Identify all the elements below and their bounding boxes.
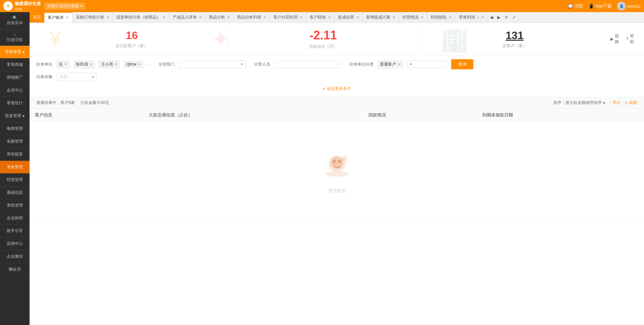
stat-value-total: 131 xyxy=(506,29,523,42)
tab-close-icon[interactable]: ✕ xyxy=(300,15,303,20)
sidebar-item-member[interactable]: 畅会员 xyxy=(0,263,30,276)
tab-purchase-order[interactable]: 采购订单统计表 ✕ xyxy=(73,12,113,23)
filter-tag-category[interactable]: 普通客户 ✕ xyxy=(378,61,403,68)
filter-section: 往来单位 伍 ✕ 陈民强 ✕ 王小亮 ✕ xyxy=(30,55,644,97)
account-selector[interactable]: 母婴行业演示账套 ▾ xyxy=(44,3,85,10)
sidebar-search[interactable]: 🔍 搜索菜单 xyxy=(0,12,30,30)
tab-close-icon[interactable]: ✕ xyxy=(356,15,359,20)
filter-tag-chen[interactable]: 陈民强 ✕ xyxy=(74,61,95,68)
chevron-up-icon: ∧ xyxy=(323,86,326,91)
sidebar: 🔍 搜索菜单 ☆ 快捷导航 零售管理 ▾ 零售商城 营销推广 会员中心 xyxy=(0,12,30,325)
query-button[interactable]: 查询 xyxy=(451,59,473,69)
tab-expand-button[interactable]: ⤢ xyxy=(510,15,518,20)
tab-inbound-stats[interactable]: 进货单统计表（按商品） ✕ xyxy=(113,12,169,23)
sidebar-item-wechat[interactable]: 企业微信 xyxy=(0,250,30,263)
tab-close-icon[interactable]: ✕ xyxy=(66,15,69,20)
balance-dropdown[interactable]: 选择... ▾ xyxy=(56,73,97,81)
tab-close-icon[interactable]: ✕ xyxy=(328,15,331,20)
tab-close-icon[interactable]: ✕ xyxy=(263,15,266,20)
table-row: 暂无数据 xyxy=(30,122,644,221)
sidebar-item-member-center[interactable]: 会员中心 xyxy=(0,84,30,97)
tab-close-icon[interactable]: ✕ xyxy=(227,15,230,20)
svg-point-3 xyxy=(333,160,336,163)
tab-product-analysis-list[interactable]: 商品分析列表 ✕ xyxy=(234,12,270,23)
tab-close-icon[interactable]: ✕ xyxy=(421,15,424,20)
coin-bg-icon: ¥ xyxy=(50,27,61,50)
sidebar-item-system[interactable]: 系统管理 xyxy=(0,199,30,212)
sidebar-item-app-center[interactable]: 应用中心 xyxy=(0,238,30,250)
tab-home[interactable]: 首页 xyxy=(30,12,44,23)
tab-customer-contact[interactable]: 客户联络 ✕ xyxy=(306,12,335,23)
sidebar-item-ecommerce[interactable]: 电商管理 xyxy=(0,122,30,135)
sidebar-quick-nav[interactable]: ☆ 快捷导航 xyxy=(0,30,30,46)
tab-close-icon[interactable]: ✕ xyxy=(481,15,484,20)
tab-close-icon[interactable]: ✕ xyxy=(163,15,166,20)
video-link[interactable]: ▶ 视频 xyxy=(610,33,622,45)
balance-filter-label: 往来余额 xyxy=(36,74,52,80)
tab-close-icon[interactable]: ✕ xyxy=(199,15,202,20)
tab-close-icon[interactable]: ✕ xyxy=(449,15,452,20)
tab-close-icon[interactable]: ✕ xyxy=(392,15,395,20)
sidebar-item-enterprise[interactable]: 企业协同 xyxy=(0,212,30,225)
sidebar-item-operations[interactable]: 经营管理 xyxy=(0,174,30,186)
data-table: 客户信息 欠款交易信息（占比） 回款情况 到期未放款日期 xyxy=(30,109,644,221)
person-filter-label: 分管人员 xyxy=(254,62,270,67)
chevron-down-icon: ▾ xyxy=(241,62,243,67)
sidebar-item-retail-stats[interactable]: 零售统计 xyxy=(0,97,30,110)
dept-filter-label: 分管部门 xyxy=(159,62,175,67)
sidebar-item-retail-management[interactable]: 零售管理 ▾ xyxy=(0,46,30,59)
tab-prev-button[interactable]: ◀ xyxy=(488,15,495,20)
tab-add-commission[interactable]: 新增提成方案 ✕ xyxy=(363,12,399,23)
chevron-down-icon: ▾ xyxy=(92,75,94,79)
filter-tag-close-icon[interactable]: ✕ xyxy=(138,62,141,67)
filter-tag-close-icon[interactable]: ✕ xyxy=(89,62,92,67)
export-button[interactable]: ↑ 导出 xyxy=(609,100,620,106)
tab-customer-segment[interactable]: 客户分层经营 ✕ xyxy=(270,12,306,23)
main-content: ¥ ✦ 🏢 16 总欠款客户（家） -2.11 欠款合计（万） 131 总客户（… xyxy=(30,23,644,325)
sidebar-item-inventory[interactable]: 库存核算 xyxy=(0,148,30,161)
filter-tag-wu[interactable]: 伍 ✕ xyxy=(56,61,70,68)
tab-close-icon[interactable]: ✕ xyxy=(106,15,109,20)
filter-tag-close-icon[interactable]: ✕ xyxy=(64,62,67,67)
refresh-button[interactable]: ↻ 刷新 xyxy=(625,100,637,106)
tab-operations[interactable]: 经营情况 ✕ xyxy=(399,12,427,23)
sidebar-item-retail-mall[interactable]: 零售商城 xyxy=(0,59,30,71)
sidebar-item-finance[interactable]: 资金管理 xyxy=(0,161,30,174)
chevron-down-icon: ▾ xyxy=(23,114,25,118)
sidebar-item-wholesale[interactable]: 批发管理 ▾ xyxy=(0,110,30,122)
filter-tag-wang[interactable]: 王小亮 ✕ xyxy=(99,61,120,68)
dept-dropdown[interactable]: ▾ xyxy=(179,61,246,68)
filter-tag-cjttcw[interactable]: cjttcw ✕ xyxy=(124,61,143,68)
tab-retail-profit[interactable]: 零售利润（ ✕ xyxy=(456,12,488,23)
filter-more-button[interactable]: ··· xyxy=(147,62,151,67)
collapse-button[interactable]: ∧ 收起更多条件 xyxy=(36,84,637,93)
results-actions: 排序：按欠款金额倒序排序 ▾ ↑ 导出 ↻ 刷新 xyxy=(553,100,637,106)
message-button[interactable]: 💬 消息 xyxy=(568,3,583,9)
results-bar: 搜索结果中，客户0家 欠款金额 0.00元 排序：按欠款金额倒序排序 ▾ ↑ 导… xyxy=(30,97,644,109)
table-header-row: 客户信息 欠款交易信息（占比） 回款情况 到期未放款日期 xyxy=(30,109,644,122)
user-menu[interactable]: 👤 demo2 xyxy=(617,2,641,10)
filter-tag-close-icon[interactable]: ✕ xyxy=(397,62,400,67)
empty-state: 暂无数据 xyxy=(30,122,644,221)
stat-label-debt: 欠款合计（万） xyxy=(309,44,337,49)
export-icon: ↑ xyxy=(609,101,611,105)
tab-customer-ledger[interactable]: 客户账本 ✕ xyxy=(44,12,73,23)
empty-icon xyxy=(320,149,354,182)
category-dropdown[interactable]: ▾ xyxy=(407,61,447,68)
sidebar-item-marketing[interactable]: 营销推广 xyxy=(0,71,30,84)
help-link[interactable]: ? 帮助 xyxy=(626,33,637,45)
tab-product-inbound[interactable]: 产成品入库单 ✕ xyxy=(169,12,206,23)
person-dropdown[interactable]: ··· xyxy=(274,61,341,68)
sort-button[interactable]: 排序：按欠款金额倒序排序 ▾ xyxy=(553,100,605,106)
tab-close-all-button[interactable]: ✕ xyxy=(503,15,510,20)
app-download-button[interactable]: 📱 App下载 xyxy=(589,3,612,9)
sidebar-item-basic-info[interactable]: 基础信息 xyxy=(0,186,30,199)
tab-commission-settings[interactable]: 提成设置 ✕ xyxy=(335,12,363,23)
sidebar-item-guide[interactable]: 新手引导 xyxy=(0,225,30,238)
tab-product-analysis[interactable]: 商品分析 ✕ xyxy=(206,12,234,23)
tab-profit-report[interactable]: 利润报告 ✕ xyxy=(427,12,456,23)
sidebar-item-purchase[interactable]: 采购管理 xyxy=(0,135,30,148)
filter-tag-close-icon[interactable]: ✕ xyxy=(115,62,118,67)
chevron-down-icon: ▾ xyxy=(603,101,605,105)
tab-next-button[interactable]: ▶ xyxy=(495,15,503,20)
